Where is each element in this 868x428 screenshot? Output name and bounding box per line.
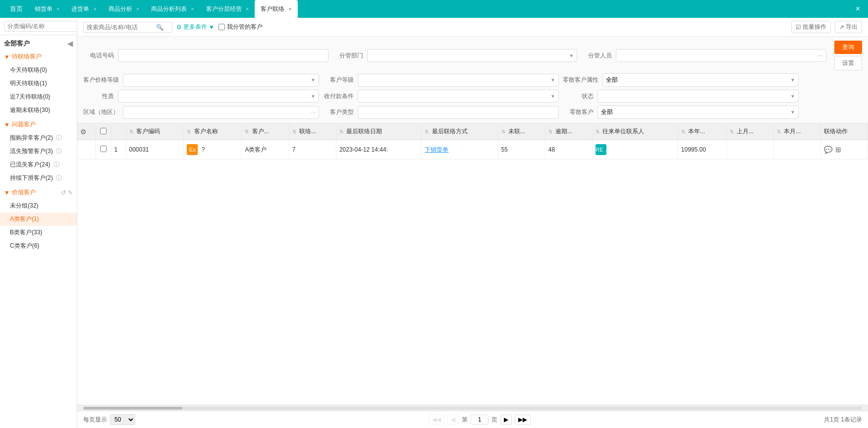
close-tab-product-analysis-list[interactable]: × — [191, 6, 194, 12]
first-page-button[interactable]: ◀◀ — [429, 415, 444, 425]
th-overdue[interactable]: ⇅ 逾期... — [545, 123, 592, 140]
td-last-contact-date: 2023-04-12 14:44: — [336, 140, 421, 160]
refresh-icon[interactable]: ↺ — [61, 189, 66, 196]
setting-button[interactable]: 设置 — [834, 56, 862, 70]
payment-select[interactable]: ▼ — [358, 90, 559, 103]
sidebar-item-tomorrow-pending[interactable]: 明天待联络(1) — [0, 77, 77, 90]
td-this-month — [773, 140, 820, 160]
td-this-year: 10995.00 — [678, 140, 726, 160]
sidebar-item-already-lost[interactable]: 已流失客户(24) ⓘ — [0, 158, 77, 171]
sort-icon-code: ⇅ — [129, 129, 133, 134]
th-category[interactable]: ⇅ 客户... — [242, 123, 289, 140]
sidebar-item-today-pending[interactable]: 今天待联络(0) — [0, 63, 77, 77]
dept-select[interactable]: ▼ — [367, 49, 578, 62]
table-header-row: ⚙ ⇅ 客户编码 ⇅ 客户名称 — [77, 123, 868, 140]
nav-tab-customer-segment[interactable]: 客户分层经营 × — [200, 0, 255, 18]
th-last-contact-date[interactable]: ⇅ 最后联络日期 — [336, 123, 421, 140]
nav-tab-salesorder[interactable]: 销货单 × — [29, 0, 65, 18]
th-this-month[interactable]: ⇅ 本月... — [773, 123, 820, 140]
sidebar-collapse-icon[interactable]: ◀ — [67, 40, 73, 48]
sidebar-item-ungrouped[interactable]: 未分组(32) — [0, 199, 77, 213]
nature-select[interactable]: ▼ — [118, 90, 319, 103]
export-button[interactable]: ↗ 导出 — [835, 21, 862, 33]
retail-attr-select[interactable]: 全部 ▼ — [602, 73, 799, 87]
info-icon-already-lost: ⓘ — [54, 161, 59, 168]
nav-home[interactable]: 首页 — [4, 4, 29, 13]
my-customers-checkbox[interactable] — [218, 24, 225, 30]
nav-tab-purchaseorder[interactable]: 进货单 × — [65, 0, 102, 18]
td-checkbox — [95, 140, 111, 160]
sidebar-item-c-class[interactable]: C类客户(6) — [0, 239, 77, 253]
filter-nature: 性质 ▼ — [83, 90, 319, 103]
close-tab-salesorder[interactable]: × — [56, 6, 59, 12]
th-last-contact-way[interactable]: ⇅ 最后联络方式 — [422, 123, 498, 140]
manager-input[interactable]: ··· — [616, 49, 826, 62]
next-page-button[interactable]: ▶ — [500, 415, 512, 425]
sidebar-item-7days-pending[interactable]: 近7天待联络(0) — [0, 90, 77, 104]
sidebar-item-a-class[interactable]: A类客户(1) — [0, 213, 77, 226]
customer-type-select[interactable] — [358, 106, 559, 119]
horizontal-scrollbar[interactable] — [77, 405, 868, 411]
query-button[interactable]: 查询 — [834, 41, 862, 54]
pagination-area: ◀◀ ◀ 第 页 ▶ ▶▶ — [429, 415, 531, 425]
th-unit-contact[interactable]: ⇅ 往来单位联系人 — [592, 123, 678, 140]
sidebar-search-area: 🔍 — [0, 18, 77, 35]
retail-customer-select[interactable]: 全部 ▼ — [597, 106, 799, 119]
td-contacts: 7 — [289, 140, 336, 160]
th-contacts[interactable]: ⇅ 联络... — [289, 123, 336, 140]
column-settings-icon[interactable]: ⚙ — [80, 128, 87, 136]
sidebar-item-overdue-no-contact[interactable]: 逾期未联络(30) — [0, 104, 77, 117]
price-level-arrow: ▼ — [311, 77, 316, 83]
my-customers-checkbox-label[interactable]: 我分管的客户 — [218, 23, 263, 31]
row-checkbox[interactable] — [100, 146, 107, 152]
sidebar-group-value-title[interactable]: ▼ 价值客户 ↺ ✎ — [0, 186, 77, 199]
edit-icon[interactable]: ✎ — [68, 189, 73, 196]
th-name[interactable]: ⇅ 客户名称 — [184, 123, 242, 140]
batch-operation-button[interactable]: ☑ 批量操作 — [791, 21, 831, 33]
sidebar-search-input[interactable] — [4, 21, 77, 32]
page-label: 第 — [462, 416, 468, 424]
comment-action-icon[interactable]: 💬 — [824, 146, 832, 154]
triangle-icon-3: ▼ — [4, 189, 10, 196]
sidebar-item-declining[interactable]: 持续下滑客户(2) ⓘ — [0, 171, 77, 185]
customer-level-select[interactable]: ▼ — [358, 74, 559, 87]
search-input[interactable] — [87, 24, 156, 31]
sidebar-group-problem-title[interactable]: ▼ 问题客户 — [0, 118, 77, 131]
qr-action-icon[interactable]: ⊞ — [835, 146, 841, 154]
sidebar-item-b-class[interactable]: B类客户(33) — [0, 226, 77, 239]
current-page-input[interactable] — [471, 415, 488, 425]
scrollbar-track[interactable] — [83, 407, 862, 410]
price-level-select[interactable]: ▼ — [123, 74, 319, 87]
nav-tab-customer-contact[interactable]: 客户联络 × — [255, 0, 297, 18]
last-page-button[interactable]: ▶▶ — [515, 415, 531, 425]
close-tab-customer-contact[interactable]: × — [288, 6, 291, 12]
more-conditions-button[interactable]: ⚙ 更多条件 ▼ — [176, 23, 215, 31]
last-contact-way-link[interactable]: 下销货单 — [425, 146, 448, 153]
table-footer: 每页显示 50 10 20 100 ◀◀ ◀ 第 页 ▶ ▶▶ 共1页 1条记录 — [77, 411, 868, 428]
th-code[interactable]: ⇅ 客户编码 — [126, 123, 184, 140]
sidebar-item-lost-warning[interactable]: 流失预警客户(3) ⓘ — [0, 145, 77, 158]
prev-page-button[interactable]: ◀ — [447, 415, 459, 425]
filter-row-1: 电话号码 分管部门 ▼ 分管人员 ··· 查询 设置 — [83, 41, 862, 70]
window-close-button[interactable]: × — [852, 4, 864, 13]
nav-tab-product-analysis[interactable]: 商品分析 × — [103, 0, 145, 18]
close-tab-customer-segment[interactable]: × — [246, 6, 249, 12]
close-tab-product-analysis[interactable]: × — [136, 6, 139, 12]
nav-tab-product-analysis-list[interactable]: 商品分析列表 × — [145, 0, 200, 18]
th-this-year[interactable]: ⇅ 本年... — [678, 123, 726, 140]
scrollbar-thumb[interactable] — [83, 407, 182, 410]
phone-input[interactable] — [118, 49, 328, 62]
sidebar-item-hoarding-abnormal[interactable]: 囤购异常客户(2) ⓘ — [0, 131, 77, 145]
th-no-contact[interactable]: ⇅ 未联... — [498, 123, 545, 140]
page-size-select[interactable]: 50 10 20 100 — [110, 414, 135, 425]
th-last-month[interactable]: ⇅ 上月... — [726, 123, 773, 140]
close-tab-purchaseorder[interactable]: × — [93, 6, 96, 12]
sort-icon-this-month: ⇅ — [777, 129, 781, 134]
select-all-checkbox[interactable] — [100, 128, 107, 134]
search-icon[interactable]: 🔍 — [156, 24, 163, 31]
filter-customer-level: 客户等级 ▼ — [323, 74, 559, 87]
filter-icon: ⚙ — [176, 24, 182, 31]
sidebar-group-pending-title[interactable]: ▼ 待联络客户 — [0, 50, 77, 63]
region-input[interactable]: ··· — [123, 106, 319, 119]
status-select[interactable]: ▼ — [597, 90, 799, 103]
